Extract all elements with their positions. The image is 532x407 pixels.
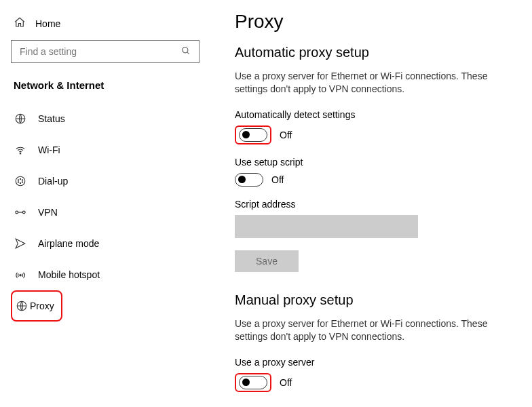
use-proxy-toggle[interactable]: [239, 376, 267, 389]
setup-script-toggle-row: Off: [235, 173, 513, 187]
sidebar-item-label: Dial-up: [38, 176, 68, 187]
svg-point-12: [20, 275, 21, 276]
sidebar-item-label: Airplane mode: [38, 238, 99, 249]
search-box[interactable]: [11, 40, 200, 63]
sidebar-item-label: Wi-Fi: [38, 144, 60, 155]
home-link[interactable]: Home: [11, 14, 200, 40]
sidebar-item-vpn[interactable]: VPN: [11, 197, 200, 228]
use-proxy-label: Use a proxy server: [235, 357, 513, 368]
sidebar-item-label: Mobile hotspot: [38, 269, 100, 280]
setup-script-toggle[interactable]: [235, 173, 263, 187]
sidebar-item-proxy[interactable]: Proxy: [11, 290, 62, 322]
svg-point-7: [18, 182, 18, 182]
sidebar-item-airplane[interactable]: Airplane mode: [11, 228, 200, 259]
proxy-icon: [15, 300, 28, 312]
category-title: Network & Internet: [11, 79, 200, 91]
status-icon: [14, 113, 27, 125]
sidebar-item-hotspot[interactable]: Mobile hotspot: [11, 259, 200, 290]
svg-point-2: [20, 153, 21, 155]
svg-point-8: [22, 182, 22, 182]
auto-detect-label: Automatically detect settings: [235, 109, 513, 120]
script-address-input[interactable]: [235, 215, 418, 238]
svg-point-9: [20, 182, 20, 183]
search-icon: [181, 46, 191, 58]
svg-point-5: [20, 178, 20, 179]
vpn-icon: [14, 206, 27, 218]
svg-point-6: [22, 180, 22, 180]
auto-section-title: Automatic proxy setup: [235, 45, 513, 60]
airplane-icon: [14, 237, 27, 250]
svg-point-10: [16, 211, 18, 214]
home-label: Home: [35, 18, 60, 29]
sidebar-item-label: Proxy: [30, 301, 54, 311]
nav-list: Status Wi-Fi Dial-up VPN Airplane mode: [11, 103, 200, 322]
svg-point-11: [22, 211, 25, 214]
use-proxy-state: Off: [280, 377, 292, 388]
highlight-annotation: [235, 373, 271, 392]
svg-point-3: [16, 176, 25, 186]
auto-detect-state: Off: [280, 130, 292, 140]
page-title: Proxy: [235, 11, 513, 33]
script-address-label: Script address: [235, 199, 513, 210]
auto-detect-toggle[interactable]: [239, 128, 267, 142]
use-proxy-toggle-row: Off: [235, 373, 513, 392]
home-icon: [14, 16, 26, 31]
sidebar-item-label: VPN: [38, 207, 58, 218]
sidebar-item-label: Status: [38, 113, 65, 124]
hotspot-icon: [14, 269, 27, 281]
save-button[interactable]: Save: [235, 250, 299, 272]
dialup-icon: [14, 175, 27, 187]
highlight-annotation: [235, 125, 271, 144]
auto-detect-toggle-row: Off: [235, 125, 513, 144]
manual-section-title: Manual proxy setup: [235, 292, 513, 308]
svg-point-4: [18, 180, 18, 180]
main-content: Proxy Automatic proxy setup Use a proxy …: [210, 0, 532, 407]
search-input[interactable]: [20, 46, 181, 57]
sidebar: Home Network & Internet Status Wi-Fi Dia…: [0, 0, 210, 407]
sidebar-item-status[interactable]: Status: [11, 103, 200, 134]
wifi-icon: [14, 144, 27, 156]
setup-script-label: Use setup script: [235, 157, 513, 168]
sidebar-item-wifi[interactable]: Wi-Fi: [11, 134, 200, 166]
sidebar-item-dialup[interactable]: Dial-up: [11, 166, 200, 197]
svg-point-0: [183, 47, 188, 52]
manual-section-desc: Use a proxy server for Ethernet or Wi-Fi…: [235, 317, 513, 343]
setup-script-state: Off: [271, 174, 284, 185]
auto-section-desc: Use a proxy server for Ethernet or Wi-Fi…: [235, 70, 513, 96]
